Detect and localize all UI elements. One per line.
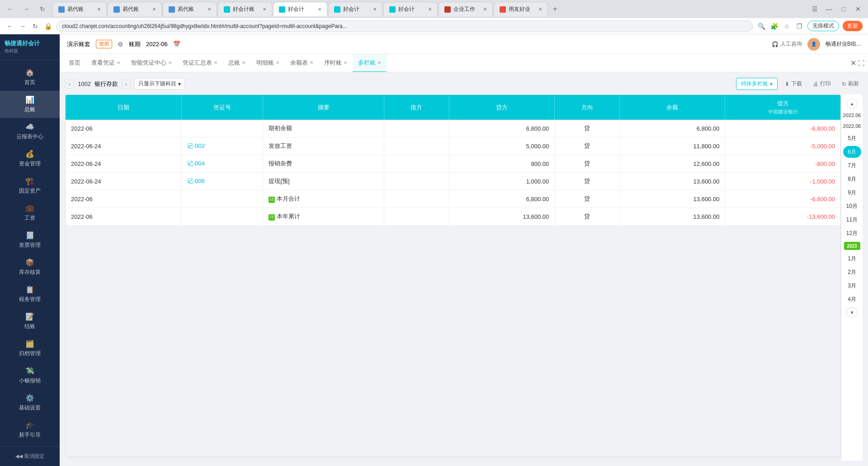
tab-balance-close[interactable]: ✕ [310, 60, 313, 65]
browser-tab-4[interactable]: 好会计账 ✕ [218, 2, 272, 16]
month-5[interactable]: 5月 [843, 132, 861, 144]
tab-close-3[interactable]: ✕ [208, 7, 211, 12]
window-close-button[interactable]: ✕ [852, 3, 864, 15]
month-12[interactable]: 12月 [843, 227, 861, 239]
month-7[interactable]: 7月 [843, 160, 861, 171]
address-input[interactable] [56, 20, 753, 32]
download-button[interactable]: ⬇ 下载 [781, 78, 806, 89]
browser-tab-3[interactable]: 易代账 ✕ [163, 2, 217, 16]
sidebar-item-close[interactable]: 📝 结账 [0, 308, 60, 335]
month-3[interactable]: 3月 [843, 280, 861, 292]
account-prev-button[interactable]: ‹ [65, 80, 74, 89]
no-trace-button[interactable]: 无痕模式 [807, 21, 839, 31]
settings-icon[interactable]: ⚙ [118, 41, 123, 48]
tab-home[interactable]: 首页 [63, 54, 86, 72]
archive-icon: 🗂️ [25, 339, 34, 348]
month-10[interactable]: 10月 [843, 200, 861, 212]
forward-addr-button[interactable]: → [18, 22, 27, 31]
restore-button[interactable]: □ [837, 3, 850, 15]
refresh-button[interactable]: ↻ [36, 3, 49, 15]
browser-tab-7[interactable]: 好会计 ✕ [383, 2, 438, 16]
tab-general-ledger[interactable]: 总账 ✕ [223, 54, 251, 72]
tab-multi-col-close[interactable]: ✕ [377, 60, 381, 65]
sidebar-item-settings[interactable]: ⚙️ 基础设置 [0, 389, 60, 416]
tab-close-6[interactable]: ✕ [373, 7, 377, 12]
sidebar-toggle-icon[interactable]: ❐ [795, 22, 804, 31]
month-8[interactable]: 8月 [843, 173, 861, 185]
tab-journal-close[interactable]: ✕ [344, 60, 347, 65]
new-tab-button[interactable]: + [549, 3, 561, 15]
month-11[interactable]: 11月 [843, 214, 861, 226]
tab-voucher-summary-close[interactable]: ✕ [214, 60, 217, 65]
consult-button[interactable]: 🎧 人工咨询 [772, 40, 802, 48]
sidebar-item-payroll[interactable]: 💼 工资 [0, 199, 60, 226]
back-addr-button[interactable]: ← [5, 22, 14, 31]
sidebar-item-reports[interactable]: ☁️ 云报表中心 [0, 118, 60, 145]
browser-tab-9[interactable]: 用友好业 ✕ [494, 2, 548, 16]
calendar-icon[interactable]: 📅 [173, 41, 180, 47]
tab-voucher[interactable]: 查看凭证 ✕ [86, 54, 126, 72]
browser-tab-8[interactable]: 企业工作 ✕ [439, 2, 493, 16]
sidebar-item-inventory[interactable]: 📦 库存核算 [0, 254, 60, 281]
voucher-link[interactable]: 记-006 [187, 178, 205, 184]
sidebar-item-home[interactable]: 🏠 首页 [0, 64, 60, 91]
tab-voucher-summary[interactable]: 凭证汇总表 ✕ [177, 54, 223, 72]
sidebar-item-guide[interactable]: 🎓 新手引导 [0, 416, 60, 443]
multi-col-btn[interactable]: 特殊多栏账 ▾ [736, 78, 778, 90]
minimize-button[interactable]: — [823, 3, 835, 15]
sidebar-item-ledger[interactable]: 📊 总账 [0, 91, 60, 118]
sidebar-item-assets[interactable]: 🏗️ 固定资产 [0, 172, 60, 199]
scroll-up-button[interactable]: ▲ [847, 98, 858, 109]
back-button[interactable]: ← [4, 3, 16, 15]
tab-multi-col[interactable]: 多栏账 ✕ [353, 54, 387, 72]
month-4[interactable]: 4月 [843, 293, 861, 305]
tab-general-ledger-close[interactable]: ✕ [242, 60, 245, 65]
sidebar-item-expense[interactable]: 💸 小畅报销 [0, 362, 60, 389]
tab-detail-ledger-close[interactable]: ✕ [276, 60, 279, 65]
sidebar-item-funds[interactable]: 💰 资金管理 [0, 145, 60, 172]
unfix-button[interactable]: ◀◀ 取消固定 [4, 450, 56, 462]
browser-tab-6[interactable]: 好会计 ✕ [328, 2, 382, 16]
tab-close-8[interactable]: ✕ [483, 7, 487, 12]
print-button[interactable]: 🖨 打印 [809, 78, 835, 89]
sidebar-item-invoice[interactable]: 🧾 发票管理 [0, 226, 60, 254]
browser-tab-5[interactable]: 好会计 ✕ [273, 2, 327, 16]
refresh-addr-button[interactable]: ↻ [31, 22, 40, 31]
panel-close-icon[interactable]: ✕ [850, 59, 856, 67]
tab-close-1[interactable]: ✕ [97, 7, 101, 12]
tab-detail-ledger[interactable]: 明细账 ✕ [251, 54, 285, 72]
user-avatar[interactable]: 👤 [807, 38, 820, 51]
search-icon[interactable]: 🔍 [757, 22, 766, 31]
tab-close-9[interactable]: ✕ [538, 7, 542, 12]
voucher-link[interactable]: 记-004 [187, 160, 205, 167]
tab-journal[interactable]: 序时账 ✕ [319, 54, 353, 72]
subcategory-filter[interactable]: 只显示下级科目 ▾ [134, 78, 185, 89]
tab-voucher-close[interactable]: ✕ [117, 60, 120, 65]
tab-smart-voucher[interactable]: 智能凭证中心 ✕ [126, 54, 177, 72]
month-1[interactable]: 1月 [843, 253, 861, 264]
browser-tab-2[interactable]: 易代账 ✕ [108, 2, 162, 16]
month-9[interactable]: 9月 [843, 187, 861, 198]
forward-button[interactable]: → [20, 3, 33, 15]
browser-tab-1[interactable]: 易代账 ✕ [52, 2, 107, 16]
voucher-link[interactable]: 记-002 [187, 142, 205, 149]
tab-balance[interactable]: 余额表 ✕ [285, 54, 319, 72]
star-icon[interactable]: ☆ [782, 22, 791, 31]
tab-smart-voucher-close[interactable]: ✕ [168, 60, 172, 65]
account-next-button[interactable]: › [122, 80, 131, 89]
sidebar-item-tax[interactable]: 📋 税务管理 [0, 281, 60, 308]
refresh-button[interactable]: ↻ 刷新 [838, 78, 863, 89]
tab-close-5[interactable]: ✕ [318, 7, 321, 12]
scroll-down-button[interactable]: ▼ [847, 307, 858, 318]
panel-expand-icon[interactable]: ⛶ [858, 60, 864, 67]
tab-scroll-left[interactable]: ☰ [808, 3, 821, 15]
tab-close-4[interactable]: ✕ [263, 7, 266, 12]
tab-close-7[interactable]: ✕ [428, 7, 432, 12]
tab-close-2[interactable]: ✕ [152, 7, 156, 12]
update-button[interactable]: 更新 [843, 21, 863, 31]
month-2[interactable]: 2月 [843, 266, 861, 278]
extension-icon[interactable]: 🧩 [769, 22, 778, 31]
bottom-scrollbar[interactable] [65, 457, 841, 461]
sidebar-item-archive[interactable]: 🗂️ 归档管理 [0, 335, 60, 362]
month-6[interactable]: 6月 [843, 146, 861, 158]
